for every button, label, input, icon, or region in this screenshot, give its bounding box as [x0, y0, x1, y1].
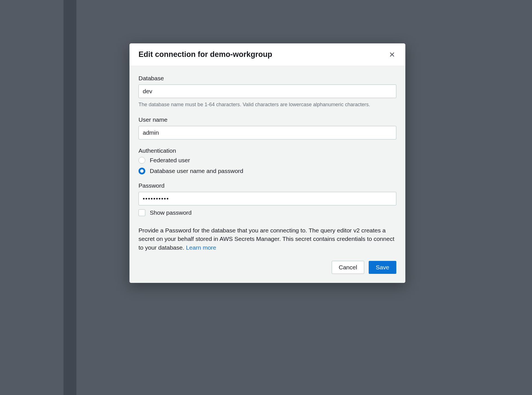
info-text-content: Provide a Password for the database that… [139, 227, 394, 251]
close-icon[interactable]: ✕ [388, 51, 396, 58]
modal-header: Edit connection for demo-workgroup ✕ [129, 43, 405, 66]
radio-icon [139, 168, 145, 174]
cancel-button[interactable]: Cancel [332, 261, 364, 274]
radio-db-user-password[interactable]: Database user name and password [139, 168, 396, 174]
username-label: User name [139, 116, 396, 123]
username-input[interactable] [139, 126, 396, 139]
password-info-text: Provide a Password for the database that… [139, 226, 396, 252]
modal-footer-buttons: Cancel Save [139, 261, 396, 274]
modal-body: Database The database name must be 1-64 … [129, 66, 405, 283]
database-helper-text: The database name must be 1-64 character… [139, 101, 396, 108]
checkbox-icon [139, 209, 145, 216]
left-sidebar-region [0, 0, 63, 395]
radio-label: Federated user [150, 157, 190, 164]
save-button[interactable]: Save [369, 261, 396, 274]
password-label: Password [139, 182, 396, 189]
radio-label: Database user name and password [150, 168, 243, 174]
show-password-checkbox[interactable]: Show password [139, 209, 396, 216]
password-input[interactable] [139, 192, 396, 205]
username-field-group: User name [139, 116, 396, 139]
authentication-field-group: Authentication Federated user Database u… [139, 147, 396, 174]
database-field-group: Database The database name must be 1-64 … [139, 75, 396, 108]
database-label: Database [139, 75, 396, 82]
modal-title: Edit connection for demo-workgroup [139, 50, 272, 59]
sidebar-divider-region [63, 0, 76, 395]
password-field-group: Password Show password [139, 182, 396, 216]
radio-icon [139, 157, 145, 164]
learn-more-link[interactable]: Learn more [186, 244, 216, 251]
edit-connection-modal: Edit connection for demo-workgroup ✕ Dat… [129, 43, 405, 283]
database-input[interactable] [139, 85, 396, 98]
show-password-label: Show password [150, 209, 192, 216]
authentication-label: Authentication [139, 147, 396, 154]
authentication-radio-group: Federated user Database user name and pa… [139, 157, 396, 174]
radio-federated-user[interactable]: Federated user [139, 157, 396, 164]
